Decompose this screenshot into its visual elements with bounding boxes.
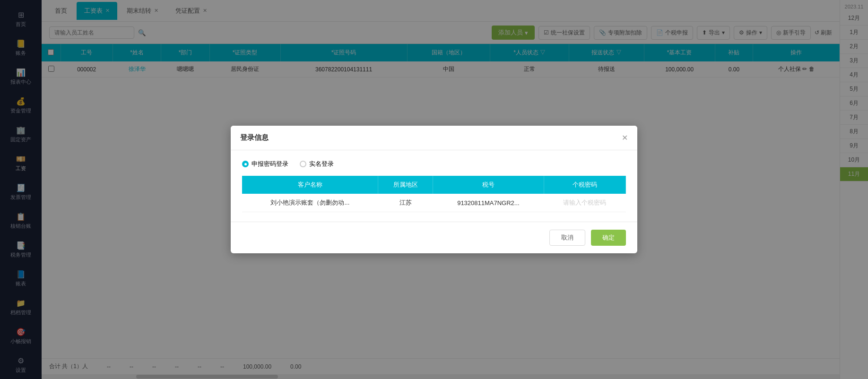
dialog-col-region: 所属地区 — [378, 176, 433, 194]
client-name-cell: 刘小艳演示账套（勿删勿动... — [242, 194, 378, 212]
dialog-close-button[interactable]: ✕ — [622, 133, 628, 142]
dialog-header: 登录信息 ✕ — [231, 126, 637, 150]
dialog-table: 客户名称 所属地区 税号 个税密码 刘小艳演示账套（勿删勿动... 江苏 913… — [242, 176, 626, 212]
radio-password-login[interactable]: 申报密码登录 — [242, 160, 288, 168]
modal-overlay: 登录信息 ✕ 申报密码登录 实名登录 — [0, 0, 868, 379]
radio-realname-unchecked — [300, 161, 306, 167]
dialog-footer: 取消 确定 — [231, 222, 637, 253]
radio-realname-login[interactable]: 实名登录 — [300, 160, 334, 168]
dialog-col-password: 个税密码 — [544, 176, 625, 194]
tax-id-cell: 91320811MA7NGR2... — [433, 194, 544, 212]
dialog-col-client: 客户名称 — [242, 176, 378, 194]
region-cell: 江苏 — [378, 194, 433, 212]
cancel-button[interactable]: 取消 — [549, 230, 585, 246]
confirm-button[interactable]: 确定 — [591, 230, 626, 246]
dialog-table-row: 刘小艳演示账套（勿删勿动... 江苏 91320811MA7NGR2... 请输… — [242, 194, 626, 212]
radio-password-checked — [242, 161, 249, 167]
dialog-body: 申报密码登录 实名登录 客户名称 所属地区 税号 个税密码 — [231, 150, 637, 222]
dialog-table-header: 客户名称 所属地区 税号 个税密码 — [242, 176, 626, 194]
dialog-title: 登录信息 — [240, 133, 269, 142]
dialog-col-tax-id: 税号 — [433, 176, 544, 194]
password-input-cell[interactable]: 请输入个税密码 — [544, 194, 625, 212]
login-dialog: 登录信息 ✕ 申报密码登录 实名登录 — [231, 126, 637, 253]
login-type-radio-group: 申报密码登录 实名登录 — [242, 160, 626, 168]
